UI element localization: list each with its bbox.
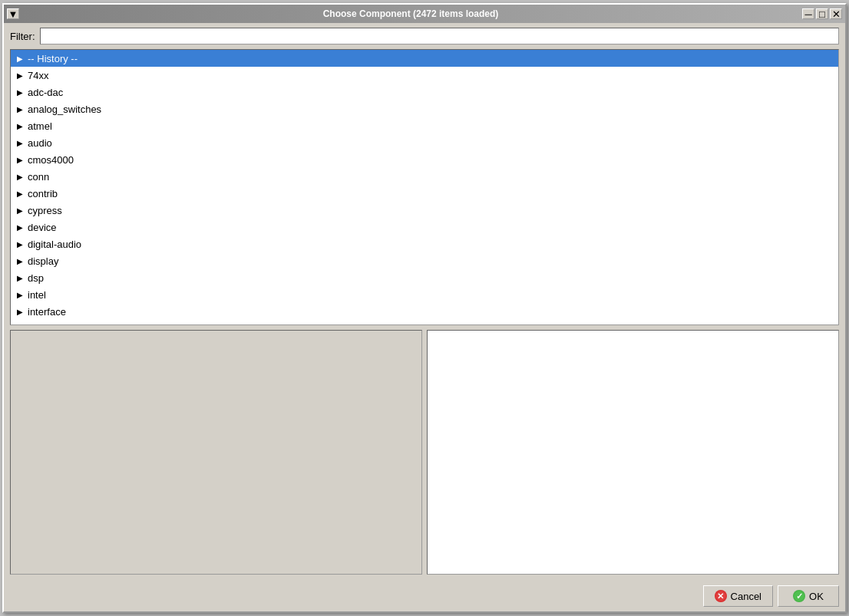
filter-input[interactable] <box>40 28 840 44</box>
expand-arrow-icon: ▶ <box>14 288 26 301</box>
list-item[interactable]: ▶digital-audio <box>11 236 838 252</box>
list-item-label: interface <box>28 306 66 318</box>
title-bar: ▼ Choose Component (2472 items loaded) ─… <box>4 5 845 23</box>
list-item-label: audio <box>28 137 52 149</box>
component-list[interactable]: ▶-- History --▶74xx▶adc-dac▶analog_switc… <box>10 49 839 325</box>
list-item[interactable]: ▶dsp <box>11 269 838 286</box>
ok-button[interactable]: ✓ OK <box>778 585 839 607</box>
list-item[interactable]: ▶intel <box>11 286 838 303</box>
maximize-button[interactable]: □ <box>816 8 828 19</box>
expand-arrow-icon: ▶ <box>14 204 26 216</box>
list-item[interactable]: ▶audio <box>11 134 838 151</box>
expand-arrow-icon: ▶ <box>14 170 26 183</box>
expand-arrow-icon: ▶ <box>14 69 26 81</box>
button-row: ✕ Cancel ✓ OK <box>4 581 845 611</box>
window-title: Choose Component (2472 items loaded) <box>19 8 802 19</box>
list-item[interactable]: ▶interface <box>11 303 838 320</box>
expand-arrow-icon: ▶ <box>14 187 26 199</box>
symbol-preview-panel <box>10 330 422 575</box>
list-item-label: digital-audio <box>28 239 81 250</box>
list-item[interactable]: ▶analog_switches <box>11 100 838 117</box>
ok-label: OK <box>809 591 824 602</box>
list-item-label: conn <box>28 171 49 183</box>
expand-arrow-icon: ▶ <box>14 120 26 132</box>
maximize-icon: □ <box>819 8 825 20</box>
list-item-label: contrib <box>28 188 58 199</box>
expand-arrow-icon: ▶ <box>14 238 26 250</box>
list-item-label: adc-dac <box>28 87 63 98</box>
expand-arrow-icon: ▶ <box>14 255 26 267</box>
ok-icon: ✓ <box>793 590 805 602</box>
info-preview-panel <box>427 330 839 575</box>
filter-row: Filter: <box>4 23 845 49</box>
list-item[interactable]: ▶device <box>11 219 838 236</box>
list-item-label: atmel <box>28 120 52 132</box>
list-item-label: cypress <box>28 205 62 216</box>
close-button[interactable]: ✕ <box>830 8 842 19</box>
list-item[interactable]: ▶contrib <box>11 185 838 202</box>
filter-label: Filter: <box>10 31 35 42</box>
window-menu-button[interactable]: ▼ <box>7 8 19 19</box>
main-area: ▶-- History --▶74xx▶adc-dac▶analog_switc… <box>4 49 845 581</box>
cancel-button[interactable]: ✕ Cancel <box>703 585 773 607</box>
main-window: ▼ Choose Component (2472 items loaded) ─… <box>2 3 847 613</box>
list-item-label: -- History -- <box>28 53 78 64</box>
cancel-icon: ✕ <box>715 590 727 602</box>
expand-arrow-icon: ▶ <box>14 221 26 233</box>
minimize-icon: ─ <box>804 8 811 20</box>
list-item-label: dsp <box>28 272 44 284</box>
expand-arrow-icon: ▶ <box>14 137 26 149</box>
list-item[interactable]: ▶atmel <box>11 117 838 134</box>
expand-arrow-icon: ▶ <box>14 86 26 98</box>
list-item[interactable]: ▶adc-dac <box>11 84 838 100</box>
cancel-label: Cancel <box>731 591 761 602</box>
list-item-label: device <box>28 222 57 233</box>
list-item[interactable]: ▶74xx <box>11 67 838 84</box>
expand-arrow-icon: ▶ <box>14 305 26 318</box>
list-item-label: intel <box>28 289 46 301</box>
list-item-label: cmos4000 <box>28 154 74 166</box>
expand-arrow-icon: ▶ <box>14 103 26 115</box>
window-controls: ─ □ ✕ <box>802 8 842 19</box>
list-item[interactable]: ▶cypress <box>11 202 838 219</box>
list-item-label: 74xx <box>28 70 48 81</box>
preview-area <box>10 330 839 575</box>
list-item-label: display <box>28 255 58 267</box>
close-icon: ✕ <box>832 8 841 20</box>
expand-arrow-icon: ▶ <box>14 153 26 166</box>
list-item[interactable]: ▶-- History -- <box>11 50 838 67</box>
list-item[interactable]: ▶display <box>11 252 838 269</box>
list-item[interactable]: ▶conn <box>11 168 838 185</box>
list-item-label: analog_switches <box>28 104 101 115</box>
expand-arrow-icon: ▶ <box>14 52 26 64</box>
expand-arrow-icon: ▶ <box>14 272 26 284</box>
menu-icon: ▼ <box>8 8 18 20</box>
minimize-button[interactable]: ─ <box>802 8 814 19</box>
list-item[interactable]: ▶cmos4000 <box>11 151 838 168</box>
